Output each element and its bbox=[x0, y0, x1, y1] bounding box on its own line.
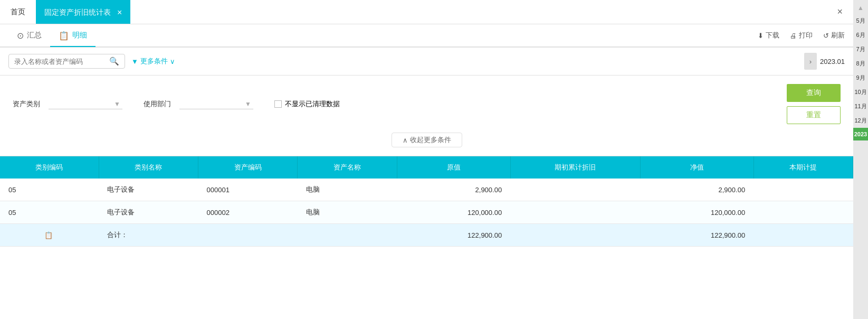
exclude-cleared-checkbox[interactable] bbox=[274, 100, 282, 108]
exclude-cleared-label: 不显示已清理数据 bbox=[285, 99, 340, 109]
download-icon: ⬇ bbox=[758, 32, 764, 40]
month-item[interactable]: 5月 bbox=[854, 14, 866, 28]
month-item[interactable]: 7月 bbox=[854, 42, 866, 57]
data-table: 类别编码 类别名称 资产编码 资产名称 原值 期初累计折旧 净值 本期计提 05… bbox=[0, 156, 853, 247]
col-type-name: 类别名称 bbox=[99, 156, 198, 179]
total-row: 📋 合计： 122,900.00 122,900.00 bbox=[0, 224, 853, 247]
cell-net-value: 120,000.00 bbox=[640, 201, 753, 224]
month-item[interactable]: 10月 bbox=[854, 85, 866, 99]
table-row: 05 电子设备 000002 电脑 120,000.00 120,000.00 bbox=[0, 201, 853, 224]
cell-asset-name: 电脑 bbox=[298, 179, 397, 201]
chevron-down-icon: ∨ bbox=[170, 58, 175, 65]
collapse-label: 收起更多条件 bbox=[410, 135, 451, 145]
table-header-row: 类别编码 类别名称 资产编码 资产名称 原值 期初累计折旧 净值 本期计提 bbox=[0, 156, 853, 179]
print-label: 打印 bbox=[799, 31, 813, 40]
cell-original-value: 2,900.00 bbox=[397, 179, 510, 201]
refresh-button[interactable]: ↺ 刷新 bbox=[823, 31, 845, 40]
more-conditions-toggle[interactable]: ▼ 更多条件 ∨ bbox=[131, 57, 175, 66]
total-net-value: 122,900.00 bbox=[640, 224, 753, 247]
search-input-wrap: 🔍 bbox=[8, 54, 125, 69]
window-close-button[interactable]: × bbox=[826, 6, 853, 17]
col-current-depreciation: 本期计提 bbox=[753, 156, 853, 179]
department-select[interactable] bbox=[179, 99, 253, 109]
cell-current-depreciation bbox=[753, 201, 853, 224]
total-original-value: 122,900.00 bbox=[397, 224, 510, 247]
year-label[interactable]: 2023 bbox=[853, 128, 868, 140]
asset-type-select[interactable] bbox=[49, 99, 122, 109]
print-icon: 🖨 bbox=[790, 32, 797, 40]
col-net-value: 净值 bbox=[640, 156, 753, 179]
refresh-label: 刷新 bbox=[831, 31, 845, 40]
home-tab[interactable]: 首页 bbox=[0, 7, 36, 17]
collapse-up-icon: ∧ bbox=[403, 136, 408, 144]
asset-type-filter: 资产类别 ▼ bbox=[13, 99, 122, 109]
expand-date-panel-button[interactable]: › bbox=[804, 53, 817, 70]
print-button[interactable]: 🖨 打印 bbox=[790, 31, 813, 40]
search-input[interactable] bbox=[14, 58, 109, 65]
cell-asset-code: 000002 bbox=[198, 201, 298, 224]
total-label: 合计： bbox=[99, 224, 298, 247]
tab-detail[interactable]: 📋 明细 bbox=[50, 25, 96, 47]
data-table-wrap: 类别编码 类别名称 资产编码 资产名称 原值 期初累计折旧 净值 本期计提 05… bbox=[0, 156, 853, 319]
cell-asset-name: 电脑 bbox=[298, 201, 397, 224]
filter-icon: ▼ bbox=[131, 58, 138, 65]
collapse-toggle[interactable]: ∧ 收起更多条件 bbox=[392, 133, 462, 147]
asset-type-select-wrap: ▼ bbox=[49, 99, 122, 109]
cell-type-name: 电子设备 bbox=[99, 201, 198, 224]
summary-icon: ⊙ bbox=[17, 31, 24, 41]
cell-original-value: 120,000.00 bbox=[397, 201, 510, 224]
col-asset-code: 资产编码 bbox=[198, 156, 298, 179]
tab-summary[interactable]: ⊙ 汇总 bbox=[8, 25, 50, 47]
month-item[interactable]: 11月 bbox=[854, 99, 866, 114]
month-item[interactable]: 9月 bbox=[854, 71, 866, 85]
refresh-icon: ↺ bbox=[823, 32, 829, 40]
fixed-asset-tab[interactable]: 固定资产折旧统计表 × bbox=[36, 0, 130, 24]
tab-close-icon[interactable]: × bbox=[117, 8, 122, 17]
tab-label: 固定资产折旧统计表 bbox=[44, 8, 111, 17]
cell-accum-depreciation bbox=[510, 179, 640, 201]
col-accum-depreciation: 期初累计折旧 bbox=[510, 156, 640, 179]
month-item[interactable]: 6月 bbox=[854, 28, 866, 42]
total-asset-name bbox=[298, 224, 397, 247]
total-accum-depreciation bbox=[510, 224, 640, 247]
col-asset-name: 资产名称 bbox=[298, 156, 397, 179]
total-current-depreciation bbox=[753, 224, 853, 247]
table-row: 05 电子设备 000001 电脑 2,900.00 2,900.00 bbox=[0, 179, 853, 201]
cell-current-depreciation bbox=[753, 179, 853, 201]
department-select-wrap: ▼ bbox=[179, 99, 253, 109]
cell-accum-depreciation bbox=[510, 201, 640, 224]
download-button[interactable]: ⬇ 下载 bbox=[758, 31, 779, 40]
col-type-code: 类别编码 bbox=[0, 156, 99, 179]
search-icon[interactable]: 🔍 bbox=[109, 57, 119, 66]
department-label: 使用部门 bbox=[144, 99, 175, 109]
scroll-up-icon[interactable]: ▲ bbox=[857, 2, 864, 14]
month-item[interactable]: 8月 bbox=[854, 57, 866, 71]
date-label: 2023.01 bbox=[820, 58, 845, 65]
department-filter: 使用部门 ▼ bbox=[144, 99, 253, 109]
total-icon-cell: 📋 bbox=[0, 224, 99, 247]
cell-type-name: 电子设备 bbox=[99, 179, 198, 201]
cell-net-value: 2,900.00 bbox=[640, 179, 753, 201]
cell-type-code: 05 bbox=[0, 179, 99, 201]
month-sidebar: ▲ 5月6月7月8月9月10月11月12月 2023 bbox=[853, 0, 868, 319]
col-original-value: 原值 bbox=[397, 156, 510, 179]
detail-icon: 📋 bbox=[59, 31, 69, 41]
more-conditions-label: 更多条件 bbox=[140, 57, 168, 66]
exclude-cleared-checkbox-item[interactable]: 不显示已清理数据 bbox=[274, 99, 340, 109]
query-button[interactable]: 查询 bbox=[787, 84, 841, 102]
month-item[interactable]: 12月 bbox=[854, 114, 866, 128]
asset-type-label: 资产类别 bbox=[13, 99, 44, 109]
tab-summary-label: 汇总 bbox=[27, 31, 42, 40]
cell-asset-code: 000001 bbox=[198, 179, 298, 201]
download-label: 下载 bbox=[766, 31, 779, 40]
tab-detail-label: 明细 bbox=[72, 31, 87, 40]
reset-button[interactable]: 重置 bbox=[787, 106, 841, 124]
cell-type-code: 05 bbox=[0, 201, 99, 224]
